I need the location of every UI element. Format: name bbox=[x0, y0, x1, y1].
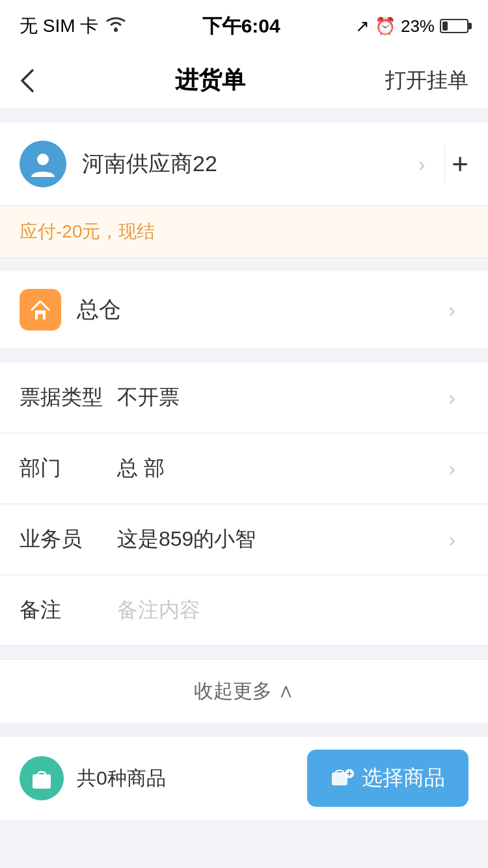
collapse-button[interactable]: 收起更多 ∧ bbox=[0, 659, 488, 723]
carrier-text: 无 SIM 卡 bbox=[20, 14, 98, 38]
supplier-row[interactable]: 河南供应商22 › + bbox=[0, 122, 488, 206]
form-section: 票据类型 不开票 › 部门 总 部 › 业务员 这是859的小智 › 备注 备注… bbox=[0, 362, 488, 646]
invoice-type-label: 票据类型 bbox=[20, 383, 111, 412]
salesperson-value: 这是859的小智 bbox=[117, 525, 448, 554]
salesperson-row[interactable]: 业务员 这是859的小智 › bbox=[0, 504, 488, 575]
supplier-avatar bbox=[20, 141, 66, 187]
top-divider bbox=[0, 109, 488, 122]
alarm-icon: ⏰ bbox=[375, 16, 396, 36]
open-pending-button[interactable]: 打开挂单 bbox=[385, 66, 468, 95]
remark-input[interactable]: 备注内容 bbox=[117, 596, 468, 625]
department-chevron-icon: › bbox=[448, 457, 455, 481]
svg-rect-3 bbox=[38, 314, 43, 319]
battery-percent: 23% bbox=[401, 16, 435, 36]
svg-point-1 bbox=[37, 154, 49, 165]
select-product-button[interactable]: 选择商品 bbox=[307, 750, 468, 807]
warehouse-icon bbox=[20, 289, 61, 331]
add-supplier-button[interactable]: + bbox=[452, 150, 468, 178]
select-product-label: 选择商品 bbox=[362, 764, 445, 793]
warehouse-row[interactable]: 总仓 › bbox=[0, 271, 488, 349]
battery-icon bbox=[440, 19, 468, 33]
department-label: 部门 bbox=[20, 454, 111, 483]
salesperson-chevron-icon: › bbox=[448, 528, 455, 552]
notice-banner: 应付-20元，现结 bbox=[0, 206, 488, 258]
status-left: 无 SIM 卡 bbox=[20, 14, 127, 38]
remark-row[interactable]: 备注 备注内容 bbox=[0, 575, 488, 646]
warehouse-chevron-icon: › bbox=[448, 298, 455, 322]
wifi-icon bbox=[105, 16, 127, 37]
department-value: 总 部 bbox=[117, 454, 448, 483]
vertical-divider bbox=[444, 144, 445, 183]
salesperson-label: 业务员 bbox=[20, 525, 111, 554]
remark-label: 备注 bbox=[20, 596, 111, 625]
location-icon: ↗ bbox=[355, 16, 370, 36]
warehouse-name: 总仓 bbox=[77, 295, 448, 325]
product-count-text: 共0种商品 bbox=[77, 765, 307, 792]
svg-rect-4 bbox=[33, 774, 51, 789]
page-title: 进货单 bbox=[175, 64, 245, 96]
back-button[interactable] bbox=[20, 68, 35, 94]
nav-bar: 进货单 打开挂单 bbox=[0, 52, 488, 109]
notice-text: 应付-20元，现结 bbox=[20, 221, 155, 241]
department-row[interactable]: 部门 总 部 › bbox=[0, 433, 488, 504]
collapse-label: 收起更多 ∧ bbox=[194, 678, 293, 705]
invoice-type-value: 不开票 bbox=[117, 383, 448, 412]
invoice-type-row[interactable]: 票据类型 不开票 › bbox=[0, 362, 488, 433]
supplier-name: 河南供应商22 bbox=[82, 149, 418, 179]
svg-point-0 bbox=[114, 28, 118, 32]
status-time: 下午6:04 bbox=[202, 13, 280, 40]
status-right: ↗ ⏰ 23% bbox=[355, 16, 468, 36]
supplier-chevron-icon: › bbox=[418, 152, 426, 176]
supplier-section: 河南供应商22 › + 应付-20元，现结 bbox=[0, 122, 488, 258]
bottom-bar: 共0种商品 选择商品 bbox=[0, 736, 488, 820]
product-count-icon bbox=[20, 756, 64, 800]
invoice-chevron-icon: › bbox=[448, 386, 455, 410]
warehouse-section: 总仓 › bbox=[0, 271, 488, 349]
status-bar: 无 SIM 卡 下午6:04 ↗ ⏰ 23% bbox=[0, 0, 488, 52]
